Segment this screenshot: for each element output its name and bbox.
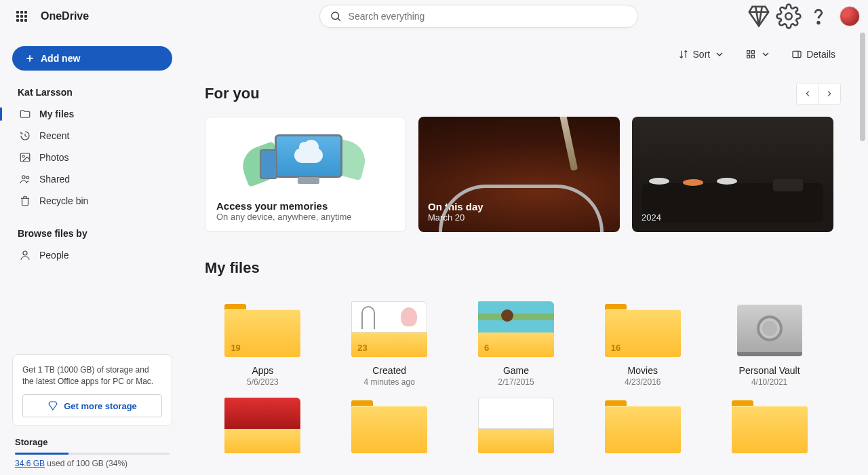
chevron-right-icon [825, 89, 834, 98]
sidebar-item-shared[interactable]: Shared [12, 168, 172, 190]
get-more-storage-button[interactable]: Get more storage [22, 394, 162, 417]
folder-item[interactable] [711, 400, 827, 453]
sort-label: Sort [693, 49, 711, 60]
question-icon [806, 3, 831, 29]
sidebar-item-my-files[interactable]: My files [12, 103, 172, 125]
folder-count: 16 [611, 343, 620, 353]
folder-thumbnail: 16 [605, 304, 681, 357]
sidebar-item-label: People [39, 250, 69, 261]
svg-point-8 [22, 176, 26, 179]
folder-thumbnail: 6 [478, 304, 554, 357]
sidebar-item-recycle-bin[interactable]: Recycle bin [12, 190, 172, 212]
sidebar-item-label: Photos [39, 152, 69, 163]
card-subtitle: 2024 [642, 212, 824, 223]
folder-item[interactable]: 19 Apps 5/6/2023 [205, 304, 321, 387]
folder-thumbnail: 23 [351, 304, 427, 357]
scrollbar[interactable] [860, 33, 865, 141]
foryou-on-this-day-card[interactable]: On this day March 20 [418, 117, 620, 232]
help-button[interactable] [806, 3, 831, 29]
sidebar-item-people[interactable]: People [12, 244, 172, 266]
folder-item[interactable] [458, 400, 574, 453]
storage-usage-text: 34.6 GB used of 100 GB (34%) [15, 459, 170, 468]
people-icon [19, 173, 31, 185]
trash-icon [19, 195, 31, 207]
storage-usage-rest: used of 100 GB (34%) [45, 459, 127, 468]
premium-button[interactable] [746, 3, 772, 29]
svg-point-10 [23, 251, 27, 255]
storage-summary: Storage 34.6 GB used of 100 GB (34%) [12, 437, 172, 468]
details-pane-button[interactable]: Details [786, 45, 841, 64]
folder-icon [19, 108, 31, 120]
search-box[interactable] [319, 5, 638, 28]
search-icon [330, 10, 342, 22]
tiles-icon [745, 49, 756, 60]
plus-icon [24, 53, 35, 64]
folder-date: 4/10/2021 [751, 377, 787, 387]
folder-thumbnail [478, 400, 554, 453]
person-icon [19, 249, 31, 261]
storage-usage-link[interactable]: 34.6 GB [15, 459, 45, 468]
sidebar-item-label: Recycle bin [39, 195, 88, 206]
for-you-heading: For you [179, 85, 260, 102]
chevron-down-icon [714, 49, 725, 60]
add-new-button[interactable]: Add new [12, 46, 172, 71]
storage-button-label: Get more storage [64, 401, 137, 411]
details-label: Details [806, 49, 835, 60]
folder-thumbnail [224, 400, 300, 453]
folder-date: 5/6/2023 [247, 377, 279, 387]
chevron-down-icon [760, 49, 771, 60]
folder-item[interactable] [332, 400, 448, 453]
search-input[interactable] [349, 11, 628, 22]
folder-date: 4 minutes ago [364, 377, 415, 387]
foryou-next-button[interactable] [818, 83, 840, 104]
foryou-memories-card[interactable]: Access your memories On any device, anyw… [205, 117, 406, 232]
svg-rect-6 [20, 153, 30, 162]
folder-item[interactable] [585, 400, 701, 453]
vault-icon [732, 304, 808, 357]
folder-item[interactable] [205, 400, 321, 453]
info-panel-icon [791, 49, 802, 60]
clock-icon [19, 130, 31, 142]
view-options-button[interactable] [740, 45, 776, 64]
folder-item[interactable]: 23 Created 4 minutes ago [332, 304, 448, 387]
svg-point-2 [785, 13, 792, 20]
folder-name: Created [372, 365, 406, 376]
foryou-prev-button[interactable] [797, 83, 818, 104]
card-subtitle: March 20 [428, 212, 610, 223]
sort-icon [678, 49, 689, 60]
memories-illustration [216, 130, 395, 200]
main-content: Sort Details For you [179, 33, 868, 475]
settings-button[interactable] [776, 3, 802, 29]
folder-name: Game [503, 365, 529, 376]
app-title: OneDrive [41, 10, 89, 22]
image-icon [19, 151, 31, 164]
folder-item[interactable]: 6 Game 2/17/2015 [458, 304, 574, 387]
folder-name: Movies [628, 365, 658, 376]
sidebar-item-recent[interactable]: Recent [12, 125, 172, 147]
folder-item[interactable]: 16 Movies 4/23/2016 [585, 304, 701, 387]
card-title: Access your memories [216, 200, 395, 212]
folder-thumbnail: 19 [224, 304, 300, 357]
svg-point-7 [22, 155, 24, 157]
svg-rect-11 [747, 51, 750, 54]
svg-rect-13 [747, 55, 750, 58]
app-launcher-button[interactable] [8, 3, 35, 30]
waffle-icon [16, 11, 27, 22]
svg-rect-15 [793, 51, 801, 57]
folder-count: 23 [357, 343, 367, 353]
sidebar-item-label: Shared [39, 174, 70, 185]
sidebar: Add new Kat Larsson My files Recent Phot… [0, 33, 179, 475]
personal-vault-item[interactable]: Personal Vault 4/10/2021 [711, 304, 827, 387]
sidebar-item-photos[interactable]: Photos [12, 147, 172, 168]
avatar[interactable] [840, 6, 860, 26]
foryou-moments-card[interactable]: February moments 2024 [632, 117, 833, 232]
storage-upsell-text: Get 1 TB (1000 GB) of storage and the la… [22, 364, 162, 387]
sidebar-user-name: Kat Larsson [12, 87, 172, 98]
sort-button[interactable]: Sort [673, 45, 731, 64]
svg-rect-14 [752, 55, 755, 58]
files-grid: 19 Apps 5/6/2023 23 Created 4 minutes ag… [179, 277, 868, 453]
cooking-pot-decor [439, 185, 604, 232]
diamond-icon [746, 3, 772, 29]
card-subtitle: On any device, anywhere, anytime [216, 212, 395, 222]
folder-count: 19 [231, 343, 240, 353]
